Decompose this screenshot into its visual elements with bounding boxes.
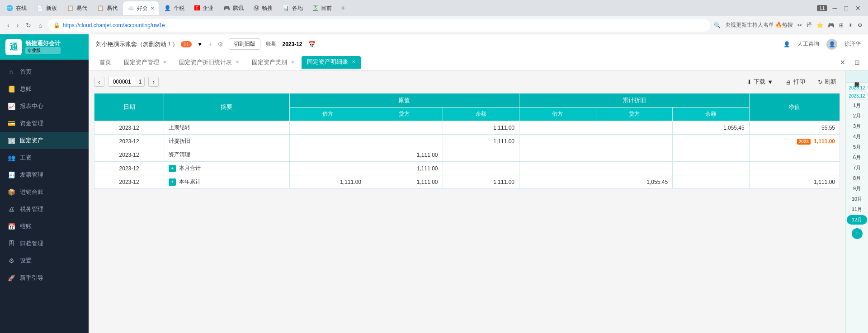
- back-button[interactable]: ‹: [5, 20, 11, 31]
- period-month-10[interactable]: 10月: [847, 194, 867, 204]
- address-bar: ‹ › ↻ ⌂ 🔒 https://cloud.chanjet.com/acco…: [0, 16, 868, 34]
- new-tab-button[interactable]: +: [337, 1, 349, 15]
- cell-orig-balance-4: 1,111.00: [443, 175, 519, 189]
- cell-net-3: [749, 162, 840, 175]
- sidebar-label-general-ledger: 总账: [20, 85, 32, 93]
- period-month-8[interactable]: 8月: [847, 174, 867, 183]
- tab-asset-ledger[interactable]: 固定资产明细账 ✕: [302, 56, 361, 69]
- cell-accum-balance-2: [673, 148, 750, 162]
- tab-close-mgmt[interactable]: ✕: [163, 60, 166, 65]
- tab-close-category[interactable]: ✕: [291, 60, 294, 65]
- sidebar-item-payroll[interactable]: 👥 工资: [0, 149, 89, 166]
- period-month-7[interactable]: 7月: [847, 163, 867, 173]
- tab-icon-geshui: 👤: [164, 5, 171, 11]
- settings-account-button[interactable]: ⚙: [217, 41, 223, 48]
- sidebar-item-general-ledger[interactable]: 📒 总账: [0, 80, 89, 98]
- sidebar-item-home[interactable]: ⌂ 首页: [0, 63, 89, 80]
- period-year-2023-2[interactable]: 2023.12: [847, 93, 867, 100]
- browser-tab-tencent[interactable]: 🎮 腾讯: [219, 1, 248, 15]
- tab-asset-category[interactable]: 固定资产类别 ✕: [246, 56, 300, 68]
- header-right: 👤 人工咨询 👤 徐泽华: [783, 39, 861, 50]
- reload-button[interactable]: ↻: [24, 20, 33, 31]
- tab-home[interactable]: 首页: [94, 56, 117, 68]
- browser-tab-yidai1[interactable]: 📋 易代: [62, 1, 92, 15]
- win-close-button[interactable]: ✕: [837, 58, 848, 67]
- star-icon: ⭐: [816, 22, 823, 28]
- dropdown-arrow[interactable]: ▼: [197, 41, 203, 47]
- tab-close-depreciation[interactable]: ✕: [236, 60, 239, 65]
- sidebar-item-archive[interactable]: 🗄 归档管理: [0, 235, 89, 252]
- period-month-5[interactable]: 5月: [847, 142, 867, 152]
- browser-tab-yidai2[interactable]: 📋 易代: [93, 1, 122, 15]
- maximize-button[interactable]: □: [843, 3, 850, 14]
- sidebar-item-stock[interactable]: 📦 进销台账: [0, 183, 89, 201]
- sidebar-label-guide: 新手引导: [20, 274, 43, 282]
- forward-button[interactable]: ›: [15, 20, 21, 31]
- browser-tab-geshui[interactable]: 👤 个税: [160, 1, 189, 15]
- next-page-button[interactable]: ›: [148, 77, 159, 87]
- sidebar-item-funds[interactable]: 💳 资金管理: [0, 115, 89, 132]
- tab-label-muqian: 目前: [321, 5, 332, 12]
- period-month-6[interactable]: 6月: [847, 153, 867, 162]
- guide-icon: 🚀: [7, 274, 15, 282]
- switch-old-button[interactable]: 切到旧版: [229, 38, 260, 50]
- tab-count-badge: 11: [817, 5, 827, 11]
- cell-summary-3: + 本月合计: [164, 162, 289, 175]
- browser-tab-changsou[interactable]: Ⓜ 畅搜: [249, 1, 277, 15]
- minimize-button[interactable]: ─: [831, 3, 839, 14]
- tab-icon-gedi: 📊: [283, 5, 289, 11]
- tab-label-qiye: 企业: [203, 5, 213, 12]
- browser-tab-new[interactable]: 📄 新版: [32, 1, 61, 15]
- refresh-button[interactable]: ↻ 刷新: [814, 76, 840, 88]
- sidebar-item-closing[interactable]: 📅 结账: [0, 218, 89, 235]
- period-month-4[interactable]: 4月: [847, 132, 867, 141]
- tab-icon-online: 🌐: [6, 5, 13, 11]
- period-month-9[interactable]: 9月: [847, 184, 867, 193]
- period-select-label: 期间选择: [846, 70, 868, 83]
- sidebar-item-tax[interactable]: 🖨 税务管理: [0, 201, 89, 218]
- sidebar-item-reports[interactable]: 📈 报表中心: [0, 98, 89, 115]
- sub-header-credit-accum: 贷方: [596, 108, 673, 121]
- browser-tab-gedi[interactable]: 📊 各地: [278, 1, 307, 15]
- period-year-2023[interactable]: 2023.12: [847, 84, 867, 92]
- scroll-up-button[interactable]: ↑: [852, 228, 863, 239]
- browser-tab-haokuai[interactable]: ☁️ 好会 ✕: [123, 1, 159, 15]
- sidebar-item-guide[interactable]: 🚀 新手引导: [0, 269, 89, 286]
- prev-page-button[interactable]: ‹: [94, 77, 104, 87]
- period-month-2[interactable]: 2月: [847, 111, 867, 121]
- address-input[interactable]: 🔒 https://cloud.chanjet.com/accounting/u…: [48, 19, 710, 32]
- download-button[interactable]: ⬇ 下载 ▼: [743, 76, 777, 88]
- period-month-3[interactable]: 3月: [847, 122, 867, 131]
- cell-orig-credit-4: 1,111.00: [366, 175, 443, 189]
- period-month-1[interactable]: 1月: [847, 101, 867, 110]
- funds-icon: 💳: [7, 119, 15, 127]
- tab-depreciation-stats[interactable]: 固定资产折旧统计表 ✕: [174, 56, 245, 68]
- cell-orig-balance-1: 1,111.00: [443, 135, 519, 148]
- tab-fixed-assets-mgmt[interactable]: 固定资产管理 ✕: [118, 56, 172, 68]
- sidebar-item-settings[interactable]: ⚙ 设置: [0, 252, 89, 269]
- sub-header-debit-orig: 借方: [289, 108, 366, 121]
- browser-tab-qiye[interactable]: 🅲 企业: [190, 1, 218, 15]
- browser-tab-online[interactable]: 🌐 在线: [2, 1, 31, 15]
- close-button[interactable]: ✕: [854, 3, 863, 14]
- header-date: 日期: [94, 94, 164, 121]
- print-button[interactable]: 🖨 打印: [782, 76, 809, 88]
- tab-label-mgmt: 固定资产管理: [124, 58, 159, 66]
- win-maximize-button[interactable]: ⊡: [852, 58, 863, 67]
- user-avatar: 👤: [826, 39, 837, 50]
- sidebar-item-fixed-assets[interactable]: 🏢 固定资产: [0, 132, 89, 149]
- sidebar-item-invoice[interactable]: 🧾 发票管理: [0, 166, 89, 183]
- tab-close-ledger[interactable]: ✕: [352, 59, 355, 64]
- home-nav-button[interactable]: ⌂: [37, 20, 44, 31]
- page-input[interactable]: [108, 77, 136, 86]
- period-month-11[interactable]: 11月: [847, 205, 867, 214]
- sidebar: 通 畅捷通好会计 专业版 ⌂ 首页 📒 总账 📈 报表中心 💳 资金管理: [0, 34, 89, 333]
- download-icon: ⬇: [747, 79, 752, 85]
- ledger-icon: 📒: [7, 85, 15, 93]
- browser-tab-muqian[interactable]: 🅂 目前: [308, 1, 336, 15]
- translate-icon: 译: [807, 21, 812, 29]
- add-account-button[interactable]: +: [208, 40, 212, 48]
- cell-accum-balance-1: [673, 135, 750, 148]
- period-month-12[interactable]: 12月: [847, 215, 867, 225]
- tab-close-haokuai[interactable]: ✕: [151, 6, 154, 11]
